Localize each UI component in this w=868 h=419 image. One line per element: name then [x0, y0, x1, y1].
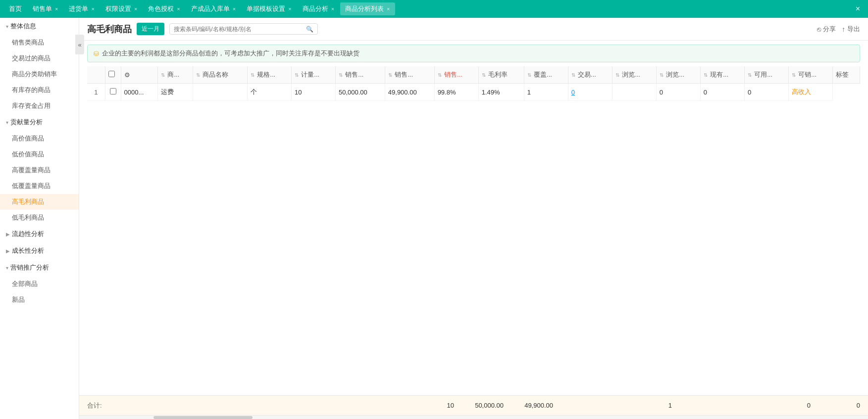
col-tag[interactable]: 标签	[832, 66, 860, 84]
close-purchase-tab[interactable]: ×	[91, 6, 94, 12]
col-sellable-stock[interactable]: ⇅ 可销...	[788, 66, 832, 84]
col-sales-cost[interactable]: ⇅ 销售...	[434, 66, 478, 84]
sidebar-item-new-goods[interactable]: 新品	[0, 292, 79, 308]
row-spec	[193, 84, 247, 101]
col-settings[interactable]: ⚙	[121, 66, 157, 84]
sidebar-group-trend[interactable]: ▶ 流趋性分析	[0, 226, 79, 242]
export-icon: ↑	[842, 25, 845, 33]
sort-icon-6: ⇅	[388, 72, 392, 78]
nav-item-analysis-list[interactable]: 商品分析列表 ×	[340, 2, 395, 15]
horizontal-scrollbar[interactable]	[79, 415, 868, 419]
footer-available-stock: 0	[820, 402, 860, 409]
footer-sales-cost: 49,900.00	[513, 402, 553, 409]
col-coverage[interactable]: ⇅ 覆盖...	[524, 66, 568, 84]
sidebar-item-low-margin[interactable]: 低毛利商品	[0, 210, 79, 226]
close-sales-tab[interactable]: ×	[55, 6, 58, 12]
sidebar-item-low-value[interactable]: 低价值商品	[0, 146, 79, 162]
sidebar-group-contribution[interactable]: ▾ 贡献量分析	[0, 114, 79, 131]
sort-icon-11: ⇅	[615, 72, 619, 78]
export-button[interactable]: ↑ 导出	[842, 25, 860, 34]
app-close-button[interactable]: ×	[852, 4, 864, 13]
row-trade-count: 1	[524, 84, 568, 101]
sidebar-item-traded-goods[interactable]: 交易过的商品	[0, 50, 79, 66]
row-coverage: 1.49%	[478, 84, 524, 101]
nav-item-roles[interactable]: 角色授权 ×	[143, 2, 185, 15]
footer-trade-count: 1	[632, 402, 672, 409]
col-code[interactable]: ⇅ 商...	[157, 66, 193, 84]
sidebar-toggle-button[interactable]: «	[75, 35, 84, 54]
col-unit[interactable]: ⇅ 计量...	[291, 66, 335, 84]
sort-icon-4: ⇅	[295, 72, 299, 78]
col-browse1[interactable]: ⇅ 浏览...	[612, 66, 656, 84]
col-gross-margin[interactable]: ⇅ 毛利率	[478, 66, 524, 84]
col-trade-count[interactable]: ⇅ 交易...	[568, 66, 612, 84]
sidebar-item-low-coverage[interactable]: 低覆盖量商品	[0, 178, 79, 194]
sidebar-item-stock-capital[interactable]: 库存资金占用	[0, 98, 79, 114]
filter-recent-month-button[interactable]: 近一月	[137, 23, 164, 35]
sidebar-item-in-stock[interactable]: 有库存的商品	[0, 82, 79, 98]
header-actions: ⎋ 分享 ↑ 导出	[817, 25, 860, 34]
close-roles-tab[interactable]: ×	[177, 6, 180, 12]
row-tag: 高收入	[788, 84, 832, 101]
sidebar-item-category-rate[interactable]: 商品分类助销率	[0, 66, 79, 82]
row-unit: 个	[247, 84, 291, 101]
select-all-checkbox[interactable]	[108, 71, 115, 77]
nav-item-purchase[interactable]: 进货单 ×	[64, 2, 99, 15]
row-name: 运费	[157, 84, 193, 101]
close-analysis-tab[interactable]: ×	[331, 6, 334, 12]
col-sales-qty[interactable]: ⇅ 销售...	[336, 66, 385, 84]
share-button[interactable]: ⎋ 分享	[817, 25, 836, 34]
col-index	[87, 66, 105, 84]
footer-label: 合计:	[87, 401, 102, 410]
nav-item-sales[interactable]: 销售单 ×	[28, 2, 63, 15]
sidebar-group-growth[interactable]: ▶ 成长性分析	[0, 242, 79, 259]
col-checkbox[interactable]	[105, 66, 121, 84]
nav-item-analysis[interactable]: 商品分析 ×	[298, 2, 339, 15]
sidebar-item-sales-goods[interactable]: 销售类商品	[0, 35, 79, 50]
sort-icon-12: ⇅	[660, 72, 664, 78]
close-permissions-tab[interactable]: ×	[134, 6, 137, 12]
close-templates-tab[interactable]: ×	[288, 6, 291, 12]
sort-icon-7: ⇅	[438, 72, 442, 78]
info-bar: ⛁ 企业的主要的利润都是这部分商品创造的，可考虑加大推广，同时关注库存是不要出现…	[87, 45, 860, 62]
row-current-stock: 0	[656, 84, 700, 101]
col-spec[interactable]: ⇅ 规格...	[247, 66, 291, 84]
sidebar-item-high-value[interactable]: 高价值商品	[0, 131, 79, 146]
row-checkbox[interactable]	[110, 88, 116, 94]
row-browse1[interactable]: 0	[568, 84, 612, 101]
nav-item-templates[interactable]: 单据模板设置 ×	[242, 2, 296, 15]
footer-current-stock: 0	[771, 402, 811, 409]
sidebar: ▾ 整体信息 销售类商品 交易过的商品 商品分类助销率 有库存的商品 库存资金占…	[0, 18, 79, 419]
row-gross-margin: 99.8%	[434, 84, 478, 101]
sidebar-group-marketing-items: 全部商品 新品	[0, 276, 79, 308]
sidebar-group-overall[interactable]: ▾ 整体信息	[0, 18, 79, 35]
table-wrapper[interactable]: ⚙ ⇅ 商... ⇅ 商品名称 ⇅ 规格...	[79, 66, 868, 395]
chevron-down-icon-3: ▾	[6, 265, 8, 271]
footer-bar: 合计: 10 50,000.00 49,900.00 1 0 0	[79, 395, 868, 415]
sidebar-group-marketing[interactable]: ▾ 营销推广分析	[0, 259, 79, 276]
sidebar-item-high-coverage[interactable]: 高覆盖量商品	[0, 162, 79, 178]
footer-sales-amount: 50,000.00	[464, 402, 504, 409]
col-available-stock[interactable]: ⇅ 可用...	[744, 66, 788, 84]
sidebar-item-all-goods[interactable]: 全部商品	[0, 276, 79, 292]
chevron-down-icon-2: ▾	[6, 120, 8, 125]
nav-item-permissions[interactable]: 权限设置 ×	[101, 2, 142, 15]
col-name[interactable]: ⇅ 商品名称	[193, 66, 247, 84]
col-current-stock[interactable]: ⇅ 现有...	[700, 66, 744, 84]
nav-item-home[interactable]: 首页	[4, 2, 27, 15]
scrollbar-thumb[interactable]	[153, 416, 253, 419]
sort-icon-5: ⇅	[339, 72, 343, 78]
close-warehouse-tab[interactable]: ×	[233, 6, 236, 12]
sidebar-item-high-margin[interactable]: 高毛利商品	[0, 194, 79, 210]
share-icon: ⎋	[817, 25, 821, 33]
chevron-right-icon-2: ▶	[6, 248, 10, 254]
sort-icon-2: ⇅	[196, 72, 200, 78]
col-sales-amount[interactable]: ⇅ 销售...	[385, 66, 434, 84]
search-input[interactable]	[174, 26, 303, 33]
close-analysis-list-tab[interactable]: ×	[387, 6, 390, 12]
col-browse2[interactable]: ⇅ 浏览...	[656, 66, 700, 84]
chevron-right-icon: ▶	[6, 232, 10, 237]
row-checkbox-cell[interactable]	[105, 84, 121, 101]
nav-item-warehouse[interactable]: 产成品入库单 ×	[186, 2, 241, 15]
nav-right: ×	[852, 4, 864, 13]
